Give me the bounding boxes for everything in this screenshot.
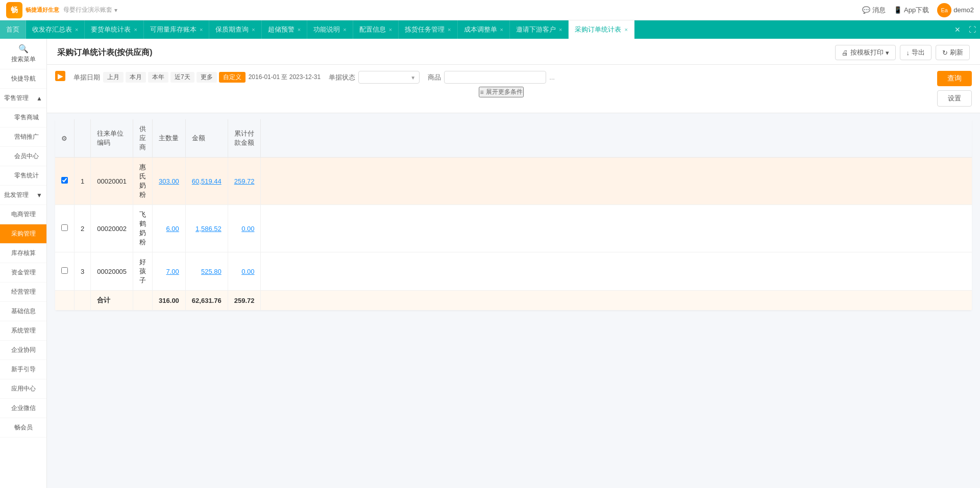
td-checkbox-3[interactable] — [55, 252, 75, 291]
sidebar-item-member[interactable]: 会员中心 — [0, 147, 46, 166]
sidebar-item-basic[interactable]: 基础信息 — [0, 302, 46, 321]
sidebar-item-retail-shop[interactable]: 零售商城 — [0, 108, 46, 127]
shortcut-this-year[interactable]: 本年 — [148, 72, 168, 83]
message-btn[interactable]: 💬 消息 — [862, 6, 886, 15]
tab-caigou[interactable]: 采购订单统计表 × — [569, 20, 634, 39]
tab-chengben-close[interactable]: × — [500, 27, 503, 33]
table-row: 3 00020005 好孩子 7.00 525.80 0.00 — [55, 252, 972, 291]
sidebar-item-finance[interactable]: 资金管理 — [0, 263, 46, 282]
settings-icon[interactable]: ⚙ — [61, 135, 67, 142]
print-icon: 🖨 — [842, 49, 848, 57]
sidebar-purchase-label: 采购管理 — [11, 229, 36, 238]
tab-peizhi[interactable]: 配置信息 × — [353, 20, 399, 39]
status-select[interactable] — [358, 71, 420, 84]
refresh-button[interactable]: ↻ 刷新 — [936, 45, 970, 60]
expand-label: 展开更多条件 — [486, 88, 523, 96]
sidebar-item-retail[interactable]: 零售管理 ▲ — [0, 89, 46, 108]
tab-yaohuo-close[interactable]: × — [134, 27, 137, 33]
tab-yaohuo[interactable]: 要货单统计表 × — [85, 20, 143, 39]
sidebar-item-search[interactable]: 🔍 搜索菜单 — [0, 39, 46, 69]
td-qty-1: 303.00 — [153, 158, 186, 205]
tab-home-label: 首页 — [6, 25, 19, 34]
sidebar-operation-label: 经营管理 — [11, 288, 36, 296]
sidebar-item-system[interactable]: 系统管理 — [0, 321, 46, 341]
query-buttons: 查询 设置 — [937, 71, 972, 107]
tab-gongneng[interactable]: 功能说明 × — [307, 20, 353, 39]
sidebar-wechat-label: 企业微信 — [11, 404, 36, 413]
top-bar-left: 畅 畅捷通好生意 母婴行业演示账套 ▾ — [6, 2, 117, 18]
tab-expand[interactable]: ⛶ — [965, 25, 980, 34]
date-shortcuts: 上月 本月 本年 近7天 更多 自定义 — [103, 72, 246, 83]
user-name: demo2 — [953, 6, 974, 14]
message-icon: 💬 — [862, 6, 870, 14]
print-label: 按模板打印 — [850, 48, 884, 57]
shortcut-last-month[interactable]: 上月 — [103, 72, 124, 83]
tab-peizhi-close[interactable]: × — [389, 27, 392, 33]
expand-conditions-btn[interactable]: ≡ 展开更多条件 — [479, 87, 523, 97]
td-paid-1: 259.72 — [228, 158, 261, 205]
shortcut-custom[interactable]: 自定义 — [219, 72, 246, 83]
row-checkbox-2[interactable] — [61, 224, 68, 231]
td-checkbox-2[interactable] — [55, 205, 75, 252]
tab-zhihuo-close[interactable]: × — [448, 27, 451, 33]
tab-close-all[interactable]: ✕ — [950, 25, 965, 34]
row-checkbox-3[interactable] — [61, 267, 68, 274]
query-button[interactable]: 查询 — [937, 71, 972, 86]
goods-input[interactable] — [444, 71, 546, 84]
th-supplier: 供应商 — [133, 119, 153, 158]
app-download-btn[interactable]: 📱 App下载 — [894, 6, 929, 15]
tab-yaoqing[interactable]: 邀请下游客户 × — [510, 20, 569, 39]
print-button[interactable]: 🖨 按模板打印 ▾ — [835, 45, 896, 60]
tab-chaochu[interactable]: 超储预警 × — [262, 20, 307, 39]
refresh-label: 刷新 — [950, 48, 963, 57]
td-footer-extra — [261, 291, 972, 311]
sidebar-item-marketing[interactable]: 营销推广 — [0, 127, 46, 147]
tab-keyongliang[interactable]: 可用量库存账本 × — [144, 20, 209, 39]
sidebar-item-retail-stat[interactable]: 零售统计 — [0, 166, 46, 186]
tab-baozhi[interactable]: 保质期查询 × — [209, 20, 261, 39]
tab-caigou-close[interactable]: × — [624, 27, 627, 33]
logo-icon: 畅 — [6, 2, 22, 18]
filter-collapse-btn[interactable]: ▶ — [55, 71, 65, 81]
export-button[interactable]: ↓ 导出 — [900, 45, 932, 60]
tab-chengben[interactable]: 成本调整单 × — [458, 20, 510, 39]
td-checkbox-1[interactable] — [55, 158, 75, 205]
tab-baozhi-close[interactable]: × — [252, 27, 255, 33]
th-qty: 主数量 — [153, 119, 186, 158]
shortcut-this-month[interactable]: 本月 — [126, 72, 146, 83]
td-supplier-3: 好孩子 — [133, 252, 153, 291]
filter-date: 单据日期 上月 本月 本年 近7天 更多 自定义 2016-01-01 至 20… — [74, 72, 321, 83]
shortcut-7days[interactable]: 近7天 — [170, 72, 194, 83]
tab-shoufacun-close[interactable]: × — [75, 27, 78, 33]
sidebar-item-vip[interactable]: 畅会员 — [0, 418, 46, 438]
tab-zhihuo[interactable]: 拣货任务管理 × — [399, 20, 457, 39]
sidebar-item-wechat[interactable]: 企业微信 — [0, 399, 46, 418]
tab-home[interactable]: 首页 — [0, 20, 26, 39]
user-profile[interactable]: Ea demo2 — [937, 3, 974, 17]
sidebar-item-ecom[interactable]: 电商管理 — [0, 205, 46, 224]
tab-chaochu-close[interactable]: × — [298, 27, 301, 33]
td-qty-3: 7.00 — [153, 252, 186, 291]
td-rownum-3: 3 — [75, 252, 91, 291]
tab-keyongliang-close[interactable]: × — [200, 27, 203, 33]
sidebar-item-operation[interactable]: 经营管理 — [0, 282, 46, 302]
wholesale-arrow-icon: ▼ — [36, 192, 42, 199]
settings-button[interactable]: 设置 — [937, 90, 972, 107]
sidebar-item-appcenter[interactable]: 应用中心 — [0, 379, 46, 399]
sidebar-item-guide[interactable]: 新手引导 — [0, 360, 46, 379]
sidebar-item-inventory[interactable]: 库存核算 — [0, 244, 46, 263]
tab-gongneng-close[interactable]: × — [343, 27, 346, 33]
tab-shoufacun[interactable]: 收发存汇总表 × — [26, 20, 85, 39]
goods-label: 商品 — [428, 73, 441, 82]
sidebar-item-purchase[interactable]: 采购管理 — [0, 224, 46, 244]
more-options-btn[interactable]: ... — [549, 73, 555, 81]
row-checkbox-1[interactable] — [61, 177, 68, 184]
tab-yaoqing-close[interactable]: × — [559, 27, 562, 33]
shortcut-more[interactable]: 更多 — [197, 72, 217, 83]
breadcrumb-arrow[interactable]: ▾ — [114, 7, 117, 14]
expand-row: ≡ 展开更多条件 — [74, 84, 929, 100]
sidebar-item-wholesale[interactable]: 批发管理 ▼ — [0, 186, 46, 205]
tab-chengben-label: 成本调整单 — [464, 25, 497, 34]
sidebar-item-quicknav[interactable]: 快捷导航 — [0, 69, 46, 89]
sidebar-item-corp[interactable]: 企业协同 — [0, 341, 46, 360]
